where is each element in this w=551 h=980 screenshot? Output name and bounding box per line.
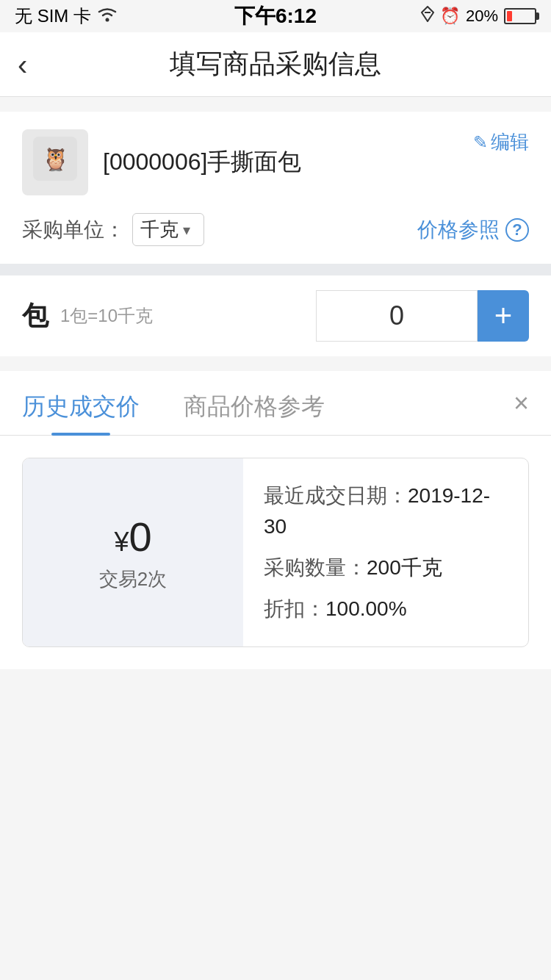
- tab-history-label: 历史成交价: [22, 391, 140, 423]
- status-left: 无 SIM 卡: [15, 4, 118, 28]
- plus-icon: +: [494, 298, 513, 334]
- back-button[interactable]: ‹: [18, 50, 27, 79]
- location-icon: [421, 6, 434, 26]
- unit-select[interactable]: 千克 ▾: [132, 213, 204, 246]
- price-ref-help-icon: ?: [505, 218, 529, 242]
- tab-product-price-ref[interactable]: 商品价格参考: [184, 371, 325, 436]
- alarm-icon: ⏰: [440, 7, 460, 26]
- edit-button[interactable]: ✎ 编辑: [473, 129, 529, 155]
- svg-point-0: [106, 18, 109, 22]
- header: ‹ 填写商品采购信息: [0, 32, 551, 97]
- tab-history-price[interactable]: 历史成交价: [22, 371, 140, 436]
- currency-symbol: ¥: [114, 527, 129, 557]
- price-amount: ¥0: [114, 513, 151, 561]
- unit-prefix: 采购单位：: [22, 216, 125, 244]
- tab-active-indicator: [51, 433, 110, 436]
- price-card-right: 最近成交日期：2019-12-30 采购数量：200千克 折扣：100.00%: [243, 458, 528, 646]
- date-label: 最近成交日期：: [264, 484, 408, 507]
- price-card: ¥0 交易2次 最近成交日期：2019-12-30 采购数量：200千克 折扣：…: [22, 458, 529, 647]
- price-card-container: ¥0 交易2次 最近成交日期：2019-12-30 采购数量：200千克 折扣：…: [0, 436, 551, 669]
- svg-text:🦉: 🦉: [42, 145, 70, 172]
- edit-label: 编辑: [491, 129, 529, 155]
- network-label: 无 SIM 卡: [15, 4, 91, 28]
- discount-row: 折扣：100.00%: [264, 594, 508, 624]
- tabs-list: 历史成交价 商品价格参考: [22, 371, 325, 436]
- quantity-plus-button[interactable]: +: [478, 290, 529, 342]
- product-thumb-icon: 🦉: [33, 137, 77, 189]
- quantity-input[interactable]: 0: [316, 290, 478, 342]
- quantity-label: 包 1包=10千克: [22, 298, 153, 334]
- price-card-left: ¥0 交易2次: [23, 458, 243, 646]
- main-content-area: [0, 669, 551, 980]
- quantity-row: 包 1包=10千克 0 +: [0, 275, 551, 356]
- product-left: 🦉 [0000006]手撕面包: [22, 129, 301, 195]
- product-top: 🦉 [0000006]手撕面包 ✎ 编辑: [22, 129, 529, 195]
- quantity-control: 0 +: [316, 290, 529, 342]
- quantity-unit-main: 包: [22, 298, 48, 334]
- quantity-unit-sub: 1包=10千克: [60, 304, 153, 328]
- quantity-value: 0: [389, 300, 404, 331]
- price-value: 0: [129, 514, 151, 560]
- status-time: 下午6:12: [234, 2, 317, 30]
- close-icon: ×: [514, 388, 529, 418]
- wifi-icon: [97, 6, 118, 26]
- price-ref-label: 价格参照: [417, 216, 500, 244]
- battery-percent: 20%: [466, 7, 498, 26]
- status-bar: 无 SIM 卡 下午6:12 ⏰ 20%: [0, 0, 551, 32]
- product-thumbnail: 🦉: [22, 129, 88, 195]
- quantity-detail-row: 采购数量：200千克: [264, 552, 508, 583]
- unit-dropdown-arrow: ▾: [183, 221, 190, 239]
- discount-label: 折扣：: [264, 597, 325, 620]
- section-divider: [0, 264, 551, 275]
- product-name: [0000006]手撕面包: [103, 147, 301, 178]
- tab-price-ref-label: 商品价格参考: [184, 391, 325, 423]
- quantity-detail-value: 200千克: [367, 556, 442, 579]
- unit-value: 千克: [140, 217, 179, 242]
- status-right: ⏰ 20%: [421, 6, 536, 26]
- product-bottom: 采购单位： 千克 ▾ 价格参照 ?: [22, 213, 529, 246]
- transaction-count: 交易2次: [99, 566, 167, 592]
- price-ref-button[interactable]: 价格参照 ?: [417, 216, 529, 244]
- recent-date-row: 最近成交日期：2019-12-30: [264, 480, 508, 542]
- close-panel-button[interactable]: ×: [514, 390, 529, 417]
- unit-label: 采购单位： 千克 ▾: [22, 213, 204, 246]
- product-card: 🦉 [0000006]手撕面包 ✎ 编辑 采购单位： 千克 ▾ 价格参照 ?: [0, 112, 551, 264]
- edit-icon: ✎: [473, 132, 488, 153]
- page-title: 填写商品采购信息: [170, 46, 381, 82]
- quantity-detail-label: 采购数量：: [264, 556, 367, 579]
- battery-icon: [504, 8, 536, 24]
- tabs-container: 历史成交价 商品价格参考 ×: [0, 371, 551, 436]
- discount-value: 100.00%: [325, 597, 407, 620]
